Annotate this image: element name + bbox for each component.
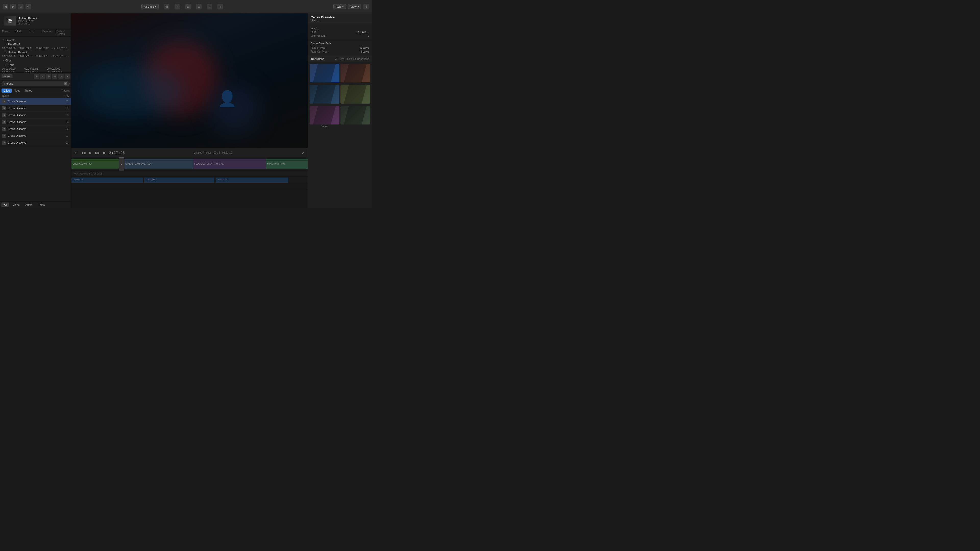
index-tab[interactable]: Index (2, 74, 13, 78)
play-button[interactable]: ▶ (88, 150, 93, 156)
transition-grid: Smear (308, 62, 372, 130)
index-header: Index ⊞ ≡ ⊟ ⊕ ▷ ▾ (0, 73, 71, 80)
project-item[interactable]: 🎬 Untitled Project 1/11/9, 4:19 PM 08:08… (2, 15, 69, 27)
search-input[interactable] (6, 82, 63, 85)
home-button[interactable]: ⌂ (18, 4, 24, 10)
forward-button[interactable]: ▶ (10, 4, 16, 10)
audio-filter-tab[interactable]: Audio (23, 203, 35, 207)
transition-thumb[interactable] (340, 64, 370, 83)
all-filter-tab[interactable]: All (2, 203, 9, 207)
video-filter-tab[interactable]: Video (10, 203, 22, 207)
transitions-header: Transitions All Clips Installed Transiti… (308, 56, 372, 62)
audio-clip-2[interactable]: ↑ Untitled AI (144, 178, 215, 183)
index-btn-1[interactable]: ⊞ (34, 74, 39, 79)
fade-in-type-value: S-curve (360, 46, 369, 49)
all-clips-dropdown[interactable]: All Clips ▾ (142, 4, 159, 9)
filmstrip-button[interactable]: ▤ (185, 4, 191, 10)
transition-item (310, 85, 339, 105)
transition-item: Smear (310, 106, 339, 128)
video-track: GH010 ACW FPIO ▶ NIKLAS_CAM_2017_1047 FL… (72, 157, 308, 171)
result-item[interactable]: ✕ Cross Dissolve 00: (0, 125, 71, 132)
projects-section[interactable]: ▼ Projects (0, 38, 71, 42)
result-item[interactable]: ✕ Cross Dissolve 00: (0, 132, 71, 139)
play-forward-button[interactable]: ▶▶ (95, 150, 100, 156)
fullscreen-button[interactable]: ⤢ (301, 150, 306, 156)
look-amount-value: 0 (368, 35, 369, 37)
transition-thumb[interactable] (310, 64, 339, 83)
facebook-project[interactable]: ▷ FaceBook (0, 42, 71, 46)
results-col-header: Name Pos (0, 94, 71, 98)
result-item[interactable]: ✕ Cross Dissolve 00: (0, 112, 71, 119)
inspector-header: Cross Dissolve Video ... (308, 13, 372, 24)
result-pos: 00: (59, 135, 69, 137)
clips-section[interactable]: ▼ Clips (0, 58, 71, 63)
thuc-clip[interactable]: ▷ Thuc (0, 63, 71, 67)
toolbar-center: All Clips ▾ ⊞ ≡ ▤ ⊟ ⇅ ⌕ (33, 4, 331, 10)
project-info: Untitled Project 1/11/9, 4:19 PM 08:08:2… (18, 17, 68, 25)
col-name-header: Name (2, 30, 16, 35)
search-clear-button[interactable]: ✕ (64, 82, 67, 86)
transition-label (310, 83, 339, 83)
jump-start-button[interactable]: ⏮ (73, 150, 79, 156)
share-button[interactable]: ⬆ (363, 4, 369, 10)
audio-crossfade-title: Audio Crossfade (310, 42, 369, 45)
items-count: 7 Items (61, 89, 70, 92)
result-pos: 00: (59, 107, 69, 110)
view-dropdown[interactable]: View ▾ (348, 4, 361, 9)
result-item[interactable]: ✕ Cross Dissolve 00: (0, 105, 71, 112)
audio-clip-1[interactable]: ↑ Untitled AI (72, 178, 143, 183)
all-clips-label: All Clips (335, 58, 344, 60)
project-icon: ▷ (5, 43, 7, 46)
result-item[interactable]: ✕ Cross Dissolve 00: (0, 119, 71, 125)
transition-thumb[interactable] (310, 85, 339, 103)
result-name: Cross Dissolve (8, 106, 57, 110)
clip-2[interactable]: NIKLAS_CAM_2017_1047 (124, 159, 193, 169)
inspector-video-section: Video ... Fade In & Out ... Look Amount … (308, 24, 372, 40)
list-view-button[interactable]: ≡ (175, 4, 180, 10)
col-headers: Name Start End Duration Content Created (0, 29, 71, 37)
grid-view-button[interactable]: ⊞ (164, 4, 169, 10)
index-btn-3[interactable]: ⊟ (46, 74, 51, 79)
center-panel: 👤 ⏮ ◀◀ ▶ ▶▶ ⏭ 2:17:23 Untitled Project 0… (72, 13, 308, 208)
index-btn-4[interactable]: ⊕ (52, 74, 57, 79)
result-icon: ✕ (2, 120, 6, 124)
untitled-data: 00:00:00:00 00:08:22:10 00:08:22:10 Jan … (0, 54, 71, 58)
top-toolbar: ◀ ▶ ⌂ ↺ All Clips ▾ ⊞ ≡ ▤ ⊟ ⇅ ⌕ 41% ▾ Vi… (0, 0, 372, 13)
result-item[interactable]: ✕ Cross Dissolve 00: (0, 139, 71, 146)
jump-end-button[interactable]: ⏭ (102, 150, 107, 156)
transition-thumb[interactable] (340, 106, 370, 125)
titles-filter-tab[interactable]: Titles (36, 203, 47, 207)
inspector-look-row: Look Amount 0 (310, 34, 369, 38)
roles-filter-tab[interactable]: Roles (23, 89, 34, 93)
zoom-dropdown[interactable]: 41% ▾ (333, 4, 346, 9)
play-backward-button[interactable]: ◀◀ (81, 150, 86, 156)
clips-filter-tab[interactable]: Clips (2, 89, 12, 93)
layout-button[interactable]: ⊟ (196, 4, 202, 10)
result-icon: ✕ (2, 127, 6, 131)
search-toolbar-button[interactable]: ⌕ (218, 4, 223, 10)
transition-thumb[interactable] (340, 85, 370, 103)
index-btn-2[interactable]: ≡ (40, 74, 45, 79)
timecode-display: 2:17:23 (109, 151, 125, 155)
fade-out-type-value: S-curve (360, 50, 369, 53)
sort-button[interactable]: ⇅ (207, 4, 212, 10)
clip-3[interactable]: FLOGCAM_2017 FPIO_1767 (193, 159, 266, 169)
result-icon: ✕ (2, 134, 6, 138)
back-button[interactable]: ◀ (3, 4, 8, 10)
tags-filter-tab[interactable]: Tags (12, 89, 22, 93)
transition-thumb[interactable] (310, 106, 339, 125)
inspector-subtitle: Video ... (310, 19, 369, 22)
index-btn-6[interactable]: ▾ (65, 74, 70, 79)
result-item[interactable]: ✕ Cross Dissolve 00: (0, 98, 71, 105)
library-tree: ▼ Projects ▷ FaceBook 00:00:00:00 00:00:… (0, 37, 71, 73)
clip-4[interactable]: NI050 ACW FPIO (266, 159, 308, 169)
refresh-button[interactable]: ↺ (25, 4, 31, 10)
clip-1[interactable]: GH010 ACW FPIO (72, 159, 119, 169)
untitled-project[interactable]: ▷ Untitled Project (0, 50, 71, 54)
project-date-2: 08:08:22:10 (18, 22, 68, 25)
result-name: Cross Dissolve (8, 127, 57, 130)
index-panel: Index ⊞ ≡ ⊟ ⊕ ▷ ▾ ⌕ ✕ Clips Tags (0, 73, 71, 201)
inspector-fade-row: Fade In & Out ... (310, 30, 369, 34)
index-btn-5[interactable]: ▷ (59, 74, 64, 79)
audio-clip-3[interactable]: ↑ Untitled AI (216, 178, 288, 183)
